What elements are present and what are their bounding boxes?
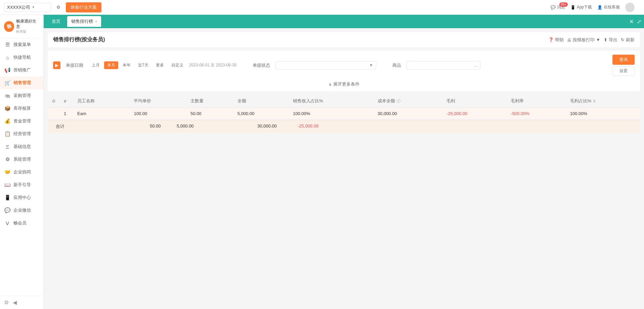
- guide-icon: 📖: [4, 182, 11, 188]
- date-btn-more[interactable]: 更多: [153, 61, 167, 69]
- sidebar-item-enterprise-collab[interactable]: 🤝 企业协同: [0, 166, 43, 178]
- sidebar-label-search-order: 搜索菜单: [13, 42, 31, 48]
- status-filter-label: 单据状态: [253, 62, 270, 68]
- col-header-settings[interactable]: ⚙: [48, 95, 60, 108]
- help-label: 帮助: [555, 37, 564, 43]
- footer-amount: 5,000.00: [173, 123, 213, 130]
- avatar[interactable]: [625, 3, 635, 12]
- status-select[interactable]: ▼: [275, 61, 376, 69]
- inventory-icon: 📦: [4, 105, 11, 111]
- date-btn-this-year[interactable]: 本年: [120, 61, 134, 69]
- message-icon-group[interactable]: 💬 消息 99+: [551, 4, 565, 10]
- service-icon: 👤: [597, 5, 602, 10]
- message-icon: 💬: [551, 5, 556, 10]
- sidebar-item-fund-mgmt[interactable]: 💰 资金管理: [0, 115, 43, 127]
- sidebar-label-system-mgmt: 系统管理: [13, 156, 31, 162]
- export-button[interactable]: ⬆ 导出: [604, 37, 617, 43]
- app-download-group[interactable]: 📱 App下载: [570, 4, 592, 10]
- logo-icon: 畅: [4, 21, 14, 32]
- sidebar-label-quick-nav: 快捷导航: [13, 54, 31, 60]
- tab-bar: 首页 销售排行榜 × ✕ ⤢: [44, 15, 644, 28]
- main-layout: 畅 畅康通好生意 标准版 ☰ 搜索菜单 ⌂ 快捷导航 📢 营销推广 🛒 销售管: [0, 15, 644, 309]
- cell-main-qty: 50.00: [186, 108, 233, 120]
- help-button[interactable]: ❓ 帮助: [548, 37, 564, 43]
- date-btn-last-month[interactable]: 上月: [89, 61, 103, 69]
- wechat-icon: 💬: [4, 207, 11, 213]
- logo-text: 畅康通好生意: [16, 19, 39, 29]
- cell-name: Eam: [73, 108, 130, 120]
- sidebar-label-inventory: 库存核算: [13, 105, 31, 111]
- filter-expand-arrow[interactable]: ▶: [53, 61, 60, 69]
- expand-icon[interactable]: ⤢: [637, 18, 641, 25]
- sidebar-label-ops-mgmt: 经营管理: [13, 131, 31, 137]
- sidebar-item-basic-info[interactable]: Ξ 基础信息: [0, 140, 43, 153]
- refresh-label: 刷新: [626, 37, 635, 43]
- footer-gross: -25,000.00: [294, 123, 334, 130]
- footer-spacer: [213, 123, 253, 130]
- table-header-row: ⚙ # 员工名称 平均单价 主数量 全额 销售收入占比% 成本全额 ⓘ: [48, 95, 640, 108]
- tab-home[interactable]: 首页: [46, 15, 66, 28]
- sidebar-item-enterprise-wechat[interactable]: 💬 企业微信: [0, 204, 43, 217]
- cell-gross-pct: 100.00%: [566, 108, 640, 120]
- chevron-down-expand-icon: ∨: [329, 82, 332, 87]
- try-industry-button[interactable]: 体验行业方案: [66, 2, 101, 12]
- sidebar-item-member[interactable]: V 畅会员: [0, 217, 43, 229]
- logo-sub: 标准版: [16, 29, 39, 34]
- date-btn-this-month[interactable]: 本月: [104, 61, 118, 69]
- refresh-button[interactable]: ↻ 刷新: [621, 37, 635, 43]
- print-label: 按模板打印: [573, 37, 595, 43]
- goods-select[interactable]: ...: [406, 61, 480, 69]
- sidebar-item-ops-mgmt[interactable]: 📋 经营管理: [0, 127, 43, 140]
- sidebar-label-app-center: 应用中心: [13, 195, 31, 201]
- fund-icon: 💰: [4, 118, 11, 124]
- sales-icon: 🛒: [4, 80, 11, 86]
- print-button[interactable]: 🖨 按模板打印 ▼: [567, 37, 600, 43]
- cost-info-icon[interactable]: ⓘ: [397, 99, 400, 103]
- expand-more-button[interactable]: ∨ 展开更多条件: [329, 81, 359, 87]
- col-header-sales-pct: 销售收入占比%: [289, 95, 374, 108]
- gross-pct-icon[interactable]: §: [593, 99, 595, 103]
- page-header: 销售排行榜(按业务员) ❓ 帮助 🖨 按模板打印 ▼ ⬆: [48, 32, 640, 47]
- date-btn-custom[interactable]: 自定义: [168, 61, 186, 69]
- query-button[interactable]: 查询: [612, 55, 635, 65]
- member-icon: V: [4, 220, 11, 226]
- tab-close-icon[interactable]: ×: [95, 19, 97, 23]
- footer-main-qty: 50.00: [146, 123, 173, 130]
- col-header-avg-price: 平均单价: [130, 95, 186, 108]
- company-selector[interactable]: XXXXX公司 ▼: [4, 3, 51, 12]
- tab-sales-ranking[interactable]: 销售排行榜 ×: [67, 16, 101, 27]
- expand-more-row: ∨ 展开更多条件: [53, 79, 635, 87]
- page-actions: ❓ 帮助 🖨 按模板打印 ▼ ⬆ 导出 ↻: [548, 37, 635, 43]
- sidebar-item-sales-mgmt[interactable]: 🛒 销售管理: [0, 76, 43, 89]
- tab-sales-ranking-label: 销售排行榜: [71, 18, 93, 24]
- sidebar-item-system-mgmt[interactable]: ⚙ 系统管理: [0, 153, 43, 166]
- col-header-gross-rate: 毛利率: [507, 95, 566, 108]
- sidebar-label-marketing: 营销推广: [13, 67, 31, 73]
- marketing-icon: 📢: [4, 67, 11, 73]
- sidebar-item-inventory[interactable]: 📦 库存核算: [0, 102, 43, 115]
- export-icon: ⬆: [604, 37, 607, 42]
- cell-sales-pct: 100.00%: [289, 108, 374, 120]
- date-btn-7days[interactable]: 近7天: [135, 61, 152, 69]
- purchase-icon: 🛍: [4, 93, 11, 99]
- settings-icon-btn[interactable]: ⚙: [54, 3, 63, 12]
- ops-icon: 📋: [4, 131, 11, 137]
- sidebar-item-app-center[interactable]: 📱 应用中心: [0, 191, 43, 204]
- sidebar-item-new-guide[interactable]: 📖 新手引导: [0, 178, 43, 191]
- search-menu-icon: ☰: [4, 42, 11, 48]
- sidebar-label-fund-mgmt: 资金管理: [13, 118, 31, 124]
- home-icon: ⌂: [4, 55, 11, 60]
- sidebar-item-purchase-mgmt[interactable]: 🛍 采购管理: [0, 89, 43, 102]
- bottom-settings-icon[interactable]: ⚙: [4, 299, 9, 306]
- table-footer: 合计 50.00 5,000.00 30,000.00 -25,000.00: [48, 120, 640, 133]
- cell-gross-rate: -500.00%: [507, 108, 566, 120]
- sidebar-item-marketing[interactable]: 📢 营销推广: [0, 64, 43, 76]
- bottom-collapse-icon[interactable]: ◀: [13, 299, 17, 306]
- sidebar-item-quick-nav[interactable]: ⌂ 快捷导航: [0, 51, 43, 64]
- top-bar-right: 💬 消息 99+ 📱 App下载 👤 在线客服: [551, 3, 640, 12]
- sidebar-item-search-order[interactable]: ☰ 搜索菜单: [0, 38, 43, 51]
- message-badge: 99+: [559, 2, 568, 7]
- online-service-group[interactable]: 👤 在线客服: [597, 4, 620, 10]
- close-window-icon[interactable]: ✕: [629, 18, 634, 25]
- settings-small-button[interactable]: 设置: [612, 66, 635, 76]
